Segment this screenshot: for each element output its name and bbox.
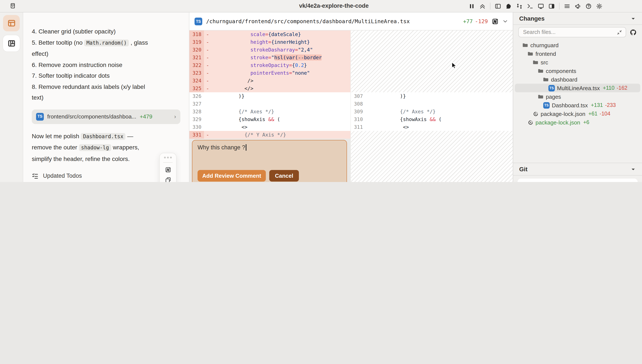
add-review-comment-button[interactable]: Add Review Comment	[198, 170, 266, 182]
window-title: vk/4e2a-explore-the-code	[299, 0, 369, 12]
tree-item-diffstats: +131-233	[591, 102, 616, 108]
diff-line-new-308[interactable]: 308	[351, 100, 513, 108]
review-comment-input[interactable]: Why this change ?	[198, 144, 341, 151]
panel-right-icon[interactable]	[548, 3, 555, 9]
chat-panel: 4. Cleaner grid (subtler opacity)5. Bett…	[23, 12, 189, 182]
code-text: )}	[376, 92, 513, 100]
line-number: 322	[189, 62, 204, 69]
diff-line-new-311[interactable]: 311 <>	[351, 123, 513, 131]
diff-line-new-307[interactable]: 307 )}	[351, 92, 513, 100]
tree-item-package-lock-json[interactable]: package-lock.json+6	[515, 118, 640, 127]
diff-collapsed-region	[351, 30, 513, 92]
monitor-icon[interactable]	[538, 3, 544, 9]
line-number: 327	[189, 100, 204, 108]
tree-item-diffstats: +6	[583, 119, 589, 125]
diff-view-icon[interactable]	[165, 166, 171, 173]
code-text: {/* Y Axis */}	[215, 131, 350, 139]
tree-item-churnguard[interactable]: churnguard	[515, 41, 640, 49]
diff-line-old-329[interactable]: 329 {showAxis && (	[189, 116, 350, 123]
diff-line-old-324[interactable]: 324- />	[189, 77, 350, 84]
file-chip-components-dashboard[interactable]: TS frontend/src/components/dashboa... +4…	[32, 109, 180, 124]
diff-pane-new: 307 )}308309 {/* Axes */}310 {showAxis &…	[350, 30, 513, 182]
diff-line-old-318[interactable]: 318- scale={dateScale}	[189, 30, 350, 38]
line-number: 320	[189, 46, 204, 54]
folder-icon	[527, 51, 533, 57]
tree-item-multilinearea-tsx[interactable]: TSMultiLineArea.tsx+110-162	[515, 84, 640, 92]
diff-line-old-326[interactable]: 326 )}	[189, 92, 350, 100]
chevron-down-icon[interactable]	[502, 18, 508, 24]
diff-sign	[365, 92, 376, 100]
line-number: 330	[189, 123, 204, 131]
diff-panel: TS /churnguard/frontend/src/components/d…	[189, 12, 513, 182]
tree-item-dashboard[interactable]: dashboard	[515, 75, 640, 84]
message-line: 5. Better tooltip (no Math.random() , gl…	[32, 37, 182, 48]
tree-item-label: src	[541, 59, 548, 66]
line-number: 309	[351, 108, 365, 116]
tree-item-diffstats: +110-162	[603, 85, 627, 91]
tree-item-package-lock-json[interactable]: package-lock.json+61-104	[515, 110, 640, 118]
changes-section-header[interactable]: Changes	[513, 12, 642, 24]
tree-item-label: package-lock.json	[535, 119, 580, 126]
git-compare-icon[interactable]	[516, 3, 523, 9]
rail-item-layout-active[interactable]	[3, 15, 20, 31]
diff-sign: -	[204, 77, 215, 84]
diff-line-old-327[interactable]: 327	[189, 100, 350, 108]
diff-line-new-309[interactable]: 309 {/* Axes */}	[351, 108, 513, 116]
code-text: height={innerHeight}	[215, 38, 350, 46]
diff-line-old-328[interactable]: 328 {/* Axes */}	[189, 108, 350, 116]
search-input[interactable]	[522, 29, 614, 36]
diff-line-old-331[interactable]: 331- {/* Y Axis */}	[189, 131, 350, 139]
diff-line-old-322[interactable]: 322- strokeOpacity={0.2}	[189, 62, 350, 69]
line-number: 328	[189, 108, 204, 116]
menu-icon[interactable]	[564, 3, 570, 9]
right-sidebar: Changes churnguardfrontendsrccomponentsd…	[513, 12, 642, 182]
message-line: 6. Remove zoom instruction noise	[32, 60, 182, 70]
help-icon[interactable]	[585, 3, 592, 9]
diff-sign: -	[204, 131, 215, 139]
tree-item-src[interactable]: src	[515, 58, 640, 66]
pause-icon[interactable]	[468, 3, 475, 9]
diff-line-old-321[interactable]: 321- stroke="hsl(var(--border	[189, 54, 350, 62]
collapse-icon[interactable]	[617, 30, 622, 35]
line-number: 321	[189, 54, 204, 62]
tree-item-frontend[interactable]: frontend	[515, 49, 640, 58]
title-bar: vk/4e2a-explore-the-code	[0, 0, 642, 12]
terminal-icon[interactable]	[527, 3, 533, 9]
cancel-comment-button[interactable]: Cancel	[269, 170, 299, 182]
archive-box-icon[interactable]	[10, 2, 16, 9]
tree-item-label: package-lock.json	[541, 110, 585, 117]
git-section-header[interactable]: Git	[513, 163, 642, 175]
copy-icon[interactable]	[165, 177, 171, 182]
rail-item-board[interactable]	[3, 35, 20, 52]
diff-sign	[365, 108, 376, 116]
diff-removed-count: -129	[475, 18, 488, 24]
tree-item-components[interactable]: components	[515, 66, 640, 75]
diff-line-new-310[interactable]: 310 {showAxis && (	[351, 116, 513, 123]
chat-bubble-icon[interactable]	[505, 3, 512, 9]
tree-item-dashboard-tsx[interactable]: TSDashboard.tsx+131-233	[515, 101, 640, 110]
drag-handle-icon[interactable]	[164, 157, 172, 158]
diff-line-old-319[interactable]: 319- height={innerHeight}	[189, 38, 350, 46]
panel-left-icon[interactable]	[495, 3, 501, 9]
chevrons-up-icon[interactable]	[479, 3, 486, 9]
diff-view-icon[interactable]	[492, 18, 499, 25]
diff-sign	[204, 108, 215, 116]
megaphone-icon[interactable]	[574, 3, 581, 9]
code-text: stroke="hsl(var(--border	[215, 54, 350, 62]
tree-item-pages[interactable]: pages	[515, 92, 640, 101]
file-search-box[interactable]	[518, 27, 626, 37]
code-text: {showAxis && (	[215, 116, 350, 123]
github-icon[interactable]	[629, 28, 637, 36]
line-number: 323	[189, 69, 204, 77]
review-comment-box[interactable]: Why this change ?Add Review CommentCance…	[192, 140, 347, 182]
tree-item-label: frontend	[535, 50, 556, 57]
diff-line-old-325[interactable]: 325- </>	[189, 84, 350, 92]
line-number: 318	[189, 30, 204, 38]
diff-line-old-330[interactable]: 330 <>	[189, 123, 350, 131]
diff-line-old-323[interactable]: 323- pointerEvents="none"	[189, 69, 350, 77]
assistant-list-message: 4. Cleaner grid (subtler opacity)5. Bett…	[32, 26, 182, 103]
review-comment-region: Why this change ?Add Review CommentCance…	[189, 139, 350, 182]
diff-collapsed-region	[351, 131, 513, 182]
diff-line-old-320[interactable]: 320- strokeDasharray="2,4"	[189, 46, 350, 54]
settings-gear-icon[interactable]	[596, 3, 602, 9]
